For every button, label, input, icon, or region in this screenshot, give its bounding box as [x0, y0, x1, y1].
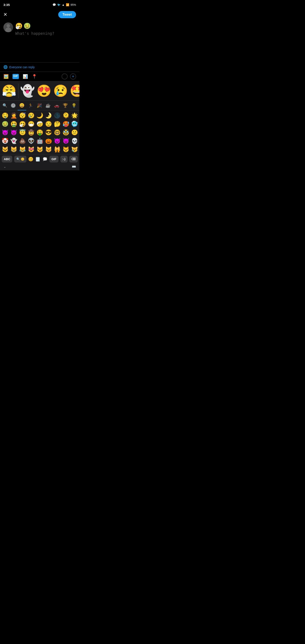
abc-button[interactable]: ABC [2, 156, 12, 162]
avatar [4, 22, 13, 32]
emoji-smirk-cat[interactable]: 😼 [36, 145, 44, 153]
emoji-moneymouth[interactable]: 🤑 [36, 128, 44, 136]
emoji-sunstar[interactable]: 🌟 [70, 112, 78, 120]
backspace-label: ⌫ [72, 158, 76, 161]
emoji-cowboy[interactable]: 🤠 [27, 128, 35, 136]
kaomoji-label: :-) [62, 158, 66, 161]
symbols-tab[interactable]: 💡 [70, 101, 78, 110]
compose-area: 🤧 🤢 [0, 20, 80, 62]
backspace-button[interactable]: ⌫ [69, 156, 78, 162]
emoji-bandage[interactable]: 🤕 [36, 120, 44, 128]
smileys-tab[interactable]: 😀 [18, 100, 26, 110]
status-time: 3:35 [4, 3, 10, 6]
emoji-robot[interactable]: 🤖 [36, 137, 44, 145]
emoji-crescent[interactable]: 🌙 [36, 112, 44, 120]
chevron-down-icon[interactable]: ⌄ [4, 164, 6, 169]
emoji-heart-eyes-cat[interactable]: 😻 [27, 145, 35, 153]
emoji-vomit[interactable]: 🤮 [10, 120, 18, 128]
emoji-hot[interactable]: 🥵 [62, 120, 70, 128]
tweet-button[interactable]: Tweet [58, 11, 76, 18]
emoji-button[interactable]: 😊 [28, 156, 34, 162]
emoji-alien[interactable]: 👽 [27, 137, 35, 145]
kaomoji-icon[interactable]: 🗯️ [42, 156, 48, 162]
gif-keyboard-label: GIF [52, 158, 56, 161]
char-counter [62, 74, 68, 80]
emoji-sunglasses[interactable]: 😎 [44, 128, 52, 136]
toolbar: 🖼️ GIF 📊 📍 + [0, 72, 80, 81]
emoji-facepalm[interactable]: 🤦 [10, 112, 18, 120]
featured-stickers-row: 😤 👻 😍 😢 🤩 [0, 81, 80, 100]
wifi-icon: ▲ [62, 3, 64, 6]
emoji-cold[interactable]: 🥶 [70, 120, 78, 128]
emoji-keyboard: 😤 👻 😍 😢 🤩 🔍 🕐 😀 🏃 🎉 ☕ 🚗 🏆 💡 🔀 🚩 🤤 🤦 😴 😢 … [0, 81, 80, 170]
emoji-scream-cat[interactable]: 🙀 [53, 145, 61, 153]
emoji-crescent2[interactable]: 🌛 [44, 112, 52, 120]
emoji-thinking[interactable]: 🤔 [53, 120, 61, 128]
sticker-icon[interactable]: 🗒️ [35, 156, 40, 162]
emoji-crying-cat[interactable]: 😿 [70, 145, 78, 153]
toolbar-icons: 🖼️ GIF 📊 📍 [4, 74, 62, 79]
emoji-red-devil[interactable]: 👿 [62, 137, 70, 145]
emoji-grinning-cat[interactable]: 😸 [10, 145, 18, 153]
people-tab[interactable]: 🏃 [26, 101, 35, 110]
emoji-drool[interactable]: 🤤 [1, 112, 9, 120]
emoji-confused[interactable]: 😕 [70, 128, 78, 136]
emoji-newmoon[interactable]: 🌑 [53, 112, 61, 120]
emoji-angry-devil[interactable]: 👿 [10, 128, 18, 136]
emoji-angel[interactable]: 😇 [18, 128, 26, 136]
emoji-kissing-cat[interactable]: 😽 [44, 145, 52, 153]
featured-sticker-1[interactable]: 👻 [20, 84, 35, 98]
close-button[interactable]: ✕ [4, 12, 7, 17]
featured-sticker-2[interactable]: 😍 [37, 84, 52, 98]
message-icon: 💬 [52, 3, 56, 6]
reply-setting[interactable]: 🌐 Everyone can reply [0, 62, 80, 72]
keyboard-bottom-row: ABC 🔍 😊 😊 🗒️ 🗯️ GIF :-) ⌫ [0, 154, 80, 164]
sticker-label: 😊 [21, 158, 24, 161]
sticker-button[interactable]: 🔍 😊 [14, 156, 26, 162]
tweet-input[interactable] [15, 31, 76, 56]
emoji-mask[interactable]: 😷 [27, 120, 35, 128]
emoji-jack-o-lantern[interactable]: 🎃 [44, 137, 52, 145]
emoji-row: 🤧 🤢 [15, 22, 76, 30]
keyboard-icon[interactable]: ⌨️ [72, 164, 76, 169]
kaomoji-button[interactable]: :-) [60, 156, 68, 162]
emoji-joy-cat[interactable]: 😹 [18, 145, 26, 153]
twitter-icon: 🐦 [57, 3, 60, 6]
featured-sticker-4[interactable]: 🤩 [70, 84, 80, 98]
emoji-nauseated[interactable]: 🤢 [1, 120, 9, 128]
emoji-1: 🤧 [15, 22, 23, 30]
status-bar: 3:35 💬 🐦 ▲ 📶 95% [0, 0, 80, 9]
location-icon[interactable]: 📍 [32, 74, 37, 79]
add-tweet-button[interactable]: + [70, 74, 76, 80]
emoji-devil[interactable]: 😈 [1, 128, 9, 136]
misc-tab[interactable]: 🔀 [78, 101, 80, 110]
photo-icon[interactable]: 🖼️ [4, 74, 9, 79]
emoji-melt[interactable]: 🫠 [62, 112, 70, 120]
emoji-ghost[interactable]: 👻 [10, 137, 18, 145]
emoji-sneezing[interactable]: 🤧 [18, 120, 26, 128]
emoji-pouting-cat[interactable]: 😾 [62, 145, 70, 153]
gif-keyboard-button[interactable]: GIF [49, 156, 58, 162]
sticker-divider [18, 84, 18, 98]
recent-tab[interactable]: 🕐 [9, 101, 18, 110]
emoji-disguise[interactable]: 🥸 [62, 128, 70, 136]
bottom-bar: ⌄ ⌨️ [0, 164, 80, 170]
emoji-cry[interactable]: 😢 [27, 112, 35, 120]
emoji-imp[interactable]: 😈 [53, 137, 61, 145]
poll-icon[interactable]: 📊 [23, 74, 28, 79]
emoji-cat[interactable]: 🐱 [1, 145, 9, 153]
activities-tab[interactable]: 🎉 [35, 101, 44, 110]
emoji-skull[interactable]: 💀 [70, 137, 78, 145]
emoji-unamused[interactable]: 😒 [44, 120, 52, 128]
travel-tab[interactable]: 🚗 [52, 101, 61, 110]
gif-icon[interactable]: GIF [12, 74, 19, 79]
emoji-sleep[interactable]: 😴 [18, 112, 26, 120]
emoji-nerd[interactable]: 🤓 [53, 128, 61, 136]
featured-sticker-3[interactable]: 😢 [53, 84, 68, 98]
food-tab[interactable]: ☕ [44, 101, 52, 110]
featured-sticker-0[interactable]: 😤 [2, 84, 16, 98]
emoji-poop[interactable]: 💩 [18, 137, 26, 145]
emoji-clown[interactable]: 🤡 [1, 137, 9, 145]
objects-tab[interactable]: 🏆 [61, 101, 70, 110]
search-tab[interactable]: 🔍 [1, 102, 9, 110]
